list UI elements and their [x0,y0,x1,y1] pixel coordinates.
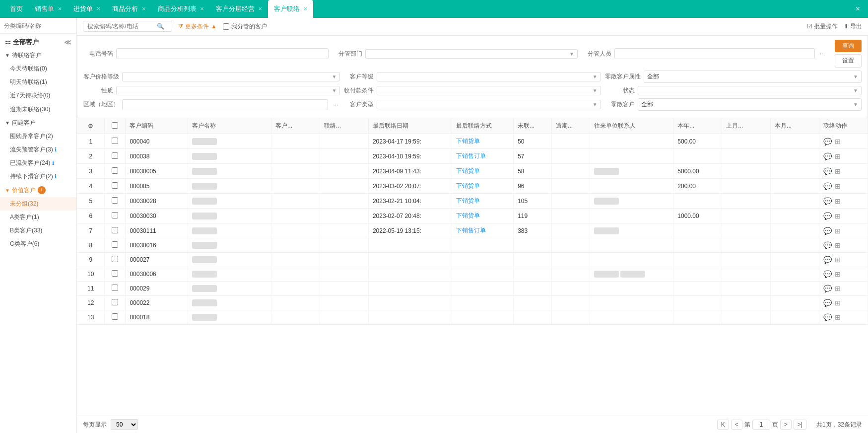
grid-icon[interactable]: ⊞ [835,256,841,264]
sidebar-class-b[interactable]: B类客户(33) [0,224,76,237]
row-check[interactable] [105,238,126,253]
query-btn[interactable]: 查询 [835,40,862,52]
last-method-link[interactable]: 下销货单 [456,182,480,189]
chat-icon[interactable]: 💬 [823,256,832,264]
next-page-btn[interactable]: > [780,420,792,430]
row-check[interactable] [105,223,126,238]
select-all-checkbox[interactable] [112,122,118,129]
close-all-btn[interactable]: × [852,4,864,13]
close-segment-tab[interactable]: × [259,5,263,12]
problem-customers-group[interactable]: ▼ 问题客户 [0,116,76,130]
nav-home[interactable]: 首页 [4,0,29,18]
grid-icon[interactable]: ⊞ [835,152,841,160]
chat-icon[interactable]: 💬 [823,299,832,307]
grid-icon[interactable]: ⊞ [835,182,841,190]
last-method-link[interactable]: 下销货单 [456,212,480,219]
sidebar-declining[interactable]: 持续下滑客户(2) ℹ [0,170,76,183]
all-customers-header[interactable]: ⚏ 全部客户 ≪ [0,34,76,49]
row-check[interactable] [105,253,126,267]
grid-icon[interactable]: ⊞ [835,313,841,321]
grid-icon[interactable]: ⊞ [835,197,841,205]
nav-product-list[interactable]: 商品分析列表 × [152,0,210,18]
chat-icon[interactable]: 💬 [823,138,832,145]
nav-purchase[interactable]: 进货单 × [67,0,106,18]
row-check[interactable] [105,267,126,282]
row-check[interactable] [105,179,126,194]
row-check[interactable] [105,164,126,179]
sidebar-today-pending[interactable]: 今天待联络(0) [0,62,76,75]
row-checkbox[interactable] [112,313,118,320]
nav-sales[interactable]: 销售单 × [29,0,67,18]
main-search-input[interactable] [87,23,157,30]
row-checkbox[interactable] [112,182,118,189]
row-checkbox[interactable] [112,167,118,174]
chat-icon[interactable]: 💬 [823,313,832,321]
chat-icon[interactable]: 💬 [823,241,832,249]
grid-icon[interactable]: ⊞ [835,227,841,235]
grid-icon[interactable]: ⊞ [835,167,841,175]
sidebar-churn-warn[interactable]: 流失预警客户(3) ℹ [0,143,76,156]
last-method-link[interactable]: 下销售订单 [456,152,486,159]
row-checkbox[interactable] [112,299,118,305]
col-gear[interactable]: ⚙ [77,118,105,134]
row-checkbox[interactable] [112,241,118,248]
row-checkbox[interactable] [112,270,118,277]
row-checkbox[interactable] [112,212,118,218]
page-number-input[interactable] [752,420,770,430]
customer-type-select[interactable]: ▼ [377,100,601,109]
region-more-icon[interactable]: ··· [331,101,340,108]
chat-icon[interactable]: 💬 [823,197,832,205]
sidebar-overdue-pending[interactable]: 逾期未联络(30) [0,103,76,116]
row-checkbox[interactable] [112,285,118,291]
chat-icon[interactable]: 💬 [823,285,832,292]
grid-icon[interactable]: ⊞ [835,241,841,249]
manager-more-icon[interactable]: ··· [818,50,827,57]
row-check[interactable] [105,310,126,325]
first-page-btn[interactable]: K [717,420,729,430]
my-customers-check[interactable] [223,23,229,30]
sidebar-abnormal[interactable]: 囤购异常客户(2) [0,130,76,143]
region-input[interactable] [122,99,328,110]
prev-page-btn[interactable]: < [731,420,742,430]
nature-select[interactable]: ▼ [116,86,340,95]
col-check[interactable] [105,118,126,134]
pending-contact-group[interactable]: ▼ 待联络客户 [0,49,76,62]
batch-ops-btn[interactable]: ☑ 批量操作 [807,22,838,31]
last-method-link[interactable]: 下销货单 [456,197,480,204]
close-sales-tab[interactable]: × [58,5,62,12]
sidebar-ungrouped[interactable]: 未分组(32) [0,197,76,211]
close-contact-tab[interactable]: × [304,5,308,12]
row-check[interactable] [105,209,126,223]
row-checkbox[interactable] [112,227,118,233]
value-customers-group[interactable]: ▼ 价值客户 ! [0,184,76,197]
last-page-btn[interactable]: >| [794,420,806,430]
payment-select[interactable]: ▼ [377,86,601,95]
chat-icon[interactable]: 💬 [823,167,832,175]
last-method-link[interactable]: 下销货单 [456,138,480,144]
retail-customer-select[interactable]: 全部 ▼ [638,98,862,111]
close-product-tab[interactable]: × [142,5,146,12]
grid-icon[interactable]: ⊞ [835,285,841,292]
row-check[interactable] [105,282,126,296]
sidebar-churned[interactable]: 已流失客户(24) ℹ [0,156,76,170]
close-purchase-tab[interactable]: × [97,5,101,12]
dept-select[interactable]: ▼ [365,49,578,59]
customer-level-select[interactable]: ▼ [377,72,601,81]
row-check[interactable] [105,194,126,209]
status-select[interactable]: ▼ [638,86,862,95]
chat-icon[interactable]: 💬 [823,182,832,190]
sidebar-collapse-icon[interactable]: ≪ [64,38,71,46]
nav-customer-segment[interactable]: 客户分层经营 × [210,0,268,18]
row-checkbox[interactable] [112,256,118,262]
sidebar-week-pending[interactable]: 近7天待联络(0) [0,89,76,102]
grid-icon[interactable]: ⊞ [835,212,841,220]
row-checkbox[interactable] [112,197,118,204]
sidebar-tomorrow-pending[interactable]: 明天待联络(1) [0,75,76,89]
phone-input[interactable] [116,48,329,59]
row-check[interactable] [105,149,126,164]
last-method-link[interactable]: 下销货单 [456,167,480,174]
row-check[interactable] [105,296,126,310]
chat-icon[interactable]: 💬 [823,152,832,160]
sidebar-class-c[interactable]: C类客户(6) [0,237,76,251]
last-method-link[interactable]: 下销售订单 [456,227,486,234]
